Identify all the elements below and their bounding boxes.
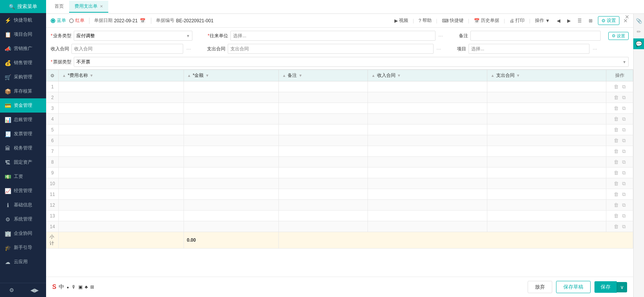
- edit-icon-btn[interactable]: ✏: [635, 28, 643, 35]
- cell-expense-contract-9[interactable]: [487, 168, 606, 178]
- th-expense-name[interactable]: ▲ *费用名称 ▼: [59, 70, 184, 81]
- delete-icon-13[interactable]: 🗑: [614, 213, 619, 219]
- project-input[interactable]: [469, 44, 589, 54]
- icon-diamond[interactable]: ⬥: [66, 284, 69, 290]
- sidebar-item-payroll[interactable]: 💵工资: [0, 169, 46, 184]
- delete-icon-3[interactable]: 🗑: [614, 105, 619, 111]
- cell-expense-contract-14[interactable]: [487, 221, 606, 232]
- sidebar-item-invoice-mgmt[interactable]: 🧾发票管理: [0, 127, 46, 141]
- cell-expense-contract-4[interactable]: [487, 114, 606, 124]
- sidebar-item-purchase-mgmt[interactable]: 🛒采购管理: [0, 70, 46, 84]
- sidebar-item-cloud-apps[interactable]: ☁云应用: [0, 255, 46, 269]
- cell-income-contract-5[interactable]: [368, 124, 487, 135]
- delete-icon-8[interactable]: 🗑: [614, 159, 619, 165]
- cell-expense-contract-8[interactable]: [487, 157, 606, 168]
- cell-amount-1[interactable]: [184, 81, 279, 92]
- sidebar-item-project-contract[interactable]: 📋项目合同: [0, 27, 46, 41]
- cell-expense-name-3[interactable]: [59, 103, 184, 114]
- settings-bottom-btn[interactable]: ⚙: [0, 283, 23, 297]
- cell-income-contract-10[interactable]: [368, 178, 487, 189]
- copy-icon-4[interactable]: ⧉: [622, 116, 626, 122]
- copy-icon-2[interactable]: ⧉: [622, 95, 626, 100]
- copy-icon-7[interactable]: ⧉: [622, 148, 626, 154]
- save-draft-btn[interactable]: 保存草稿: [556, 281, 591, 293]
- expense-contract-input[interactable]: [228, 44, 434, 54]
- cell-income-contract-13[interactable]: [368, 211, 487, 221]
- cell-amount-14[interactable]: [184, 221, 279, 232]
- copy-icon-14[interactable]: ⧉: [622, 224, 626, 229]
- icon-record[interactable]: ▣: [78, 284, 83, 290]
- cell-expense-contract-11[interactable]: [487, 189, 606, 200]
- cell-expense-name-14[interactable]: [59, 221, 184, 232]
- copy-icon-5[interactable]: ⧉: [622, 127, 626, 133]
- sidebar-item-tax-mgmt[interactable]: 🏛税务管理: [0, 141, 46, 155]
- tab-home[interactable]: 首页: [49, 1, 69, 13]
- copy-icon-13[interactable]: ⧉: [622, 213, 626, 219]
- expense-contract-dots-btn[interactable]: ···: [436, 46, 442, 52]
- th-config[interactable]: ⚙: [46, 70, 59, 81]
- cell-income-contract-9[interactable]: [368, 168, 487, 178]
- th-remark[interactable]: ▲ 备注 ▼: [279, 70, 368, 81]
- invoice-type-select[interactable]: 不开票: [74, 57, 629, 67]
- history-btn[interactable]: 📅 历史单据: [472, 17, 502, 25]
- delete-icon-7[interactable]: 🗑: [614, 148, 619, 154]
- message-icon-btn[interactable]: 💬: [633, 38, 644, 49]
- cell-income-contract-3[interactable]: [368, 103, 487, 114]
- cell-amount-4[interactable]: [184, 114, 279, 124]
- cell-amount-2[interactable]: [184, 92, 279, 103]
- copy-icon-9[interactable]: ⧉: [622, 170, 626, 176]
- sidebar-item-basic-info[interactable]: ℹ基础信息: [0, 198, 46, 212]
- attachment-icon-btn[interactable]: 📎: [635, 17, 643, 25]
- cell-expense-name-13[interactable]: [59, 211, 184, 221]
- sidebar-item-enterprise[interactable]: 🏢企业协同: [0, 226, 46, 241]
- cell-remark-13[interactable]: [279, 211, 368, 221]
- sidebar-search[interactable]: 🔍 搜索菜单: [0, 0, 46, 13]
- cell-expense-name-2[interactable]: [59, 92, 184, 103]
- cell-expense-contract-13[interactable]: [487, 211, 606, 221]
- sidebar-item-sys-mgmt[interactable]: ⚙系统管理: [0, 212, 46, 226]
- cell-amount-13[interactable]: [184, 211, 279, 221]
- delete-icon-10[interactable]: 🗑: [614, 181, 619, 186]
- help-btn[interactable]: ? 帮助: [416, 17, 434, 25]
- cell-remark-2[interactable]: [279, 92, 368, 103]
- cell-expense-name-12[interactable]: [59, 200, 184, 211]
- sidebar-item-inventory[interactable]: 📦库存核算: [0, 84, 46, 98]
- icon-grid2[interactable]: ⊞: [90, 284, 94, 290]
- sidebar-item-quick-nav[interactable]: ⚡快捷导航: [0, 13, 46, 27]
- cell-expense-contract-12[interactable]: [487, 200, 606, 211]
- cell-amount-10[interactable]: [184, 178, 279, 189]
- cell-income-contract-8[interactable]: [368, 157, 487, 168]
- delete-icon-14[interactable]: 🗑: [614, 224, 619, 229]
- sidebar-item-marketing[interactable]: 📣营销推广: [0, 41, 46, 56]
- cell-remark-1[interactable]: [279, 81, 368, 92]
- cell-expense-name-4[interactable]: [59, 114, 184, 124]
- cell-amount-9[interactable]: [184, 168, 279, 178]
- th-income-contract[interactable]: ▲ 收入合同 ▼: [368, 70, 487, 81]
- cell-amount-8[interactable]: [184, 157, 279, 168]
- cell-remark-12[interactable]: [279, 200, 368, 211]
- save-arrow-btn[interactable]: ∨: [617, 282, 627, 292]
- cell-amount-6[interactable]: [184, 135, 279, 146]
- cell-expense-name-7[interactable]: [59, 146, 184, 157]
- nav-prev-btn[interactable]: ◀: [555, 17, 563, 24]
- partner-input[interactable]: [230, 31, 435, 41]
- remark-input[interactable]: [470, 31, 601, 41]
- delete-icon-4[interactable]: 🗑: [614, 116, 619, 122]
- cell-income-contract-2[interactable]: [368, 92, 487, 103]
- delete-icon-6[interactable]: 🗑: [614, 138, 619, 143]
- th-amount[interactable]: ▲ *金额 ▼: [184, 70, 279, 81]
- cell-remark-14[interactable]: [279, 221, 368, 232]
- radio-red[interactable]: 红单: [69, 17, 84, 24]
- window-close-btn[interactable]: ✕: [624, 14, 630, 20]
- save-btn[interactable]: 保存: [594, 281, 617, 293]
- cell-income-contract-12[interactable]: [368, 200, 487, 211]
- sidebar-item-fixed-assets[interactable]: 🏗固定资产: [0, 155, 46, 169]
- cell-expense-contract-5[interactable]: [487, 124, 606, 135]
- calendar-icon[interactable]: 📅: [140, 18, 146, 23]
- cell-remark-6[interactable]: [279, 135, 368, 146]
- cell-amount-12[interactable]: [184, 200, 279, 211]
- cell-income-contract-6[interactable]: [368, 135, 487, 146]
- sound-bottom-btn[interactable]: ◀▶: [23, 283, 46, 297]
- cell-amount-5[interactable]: [184, 124, 279, 135]
- delete-icon-5[interactable]: 🗑: [614, 127, 619, 133]
